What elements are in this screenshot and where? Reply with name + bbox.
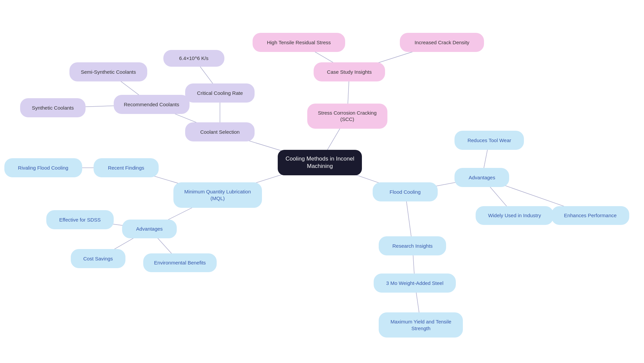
node-mqlAdvantages[interactable]: Advantages xyxy=(122,220,177,239)
node-recommendedCoolants[interactable]: Recommended Coolants xyxy=(114,95,190,114)
node-center[interactable]: Cooling Methods in Inconel Machining xyxy=(278,150,362,175)
node-coolantSelection[interactable]: Coolant Selection xyxy=(185,122,255,141)
connections-svg xyxy=(0,0,644,363)
node-mql[interactable]: Minimum Quantity Lubrication (MQL) xyxy=(173,182,262,208)
node-reducesToolWear[interactable]: Reduces Tool Wear xyxy=(454,131,524,150)
node-synthetic[interactable]: Synthetic Coolants xyxy=(20,98,86,117)
node-maxYield[interactable]: Maximum Yield and Tensile Strength xyxy=(379,312,463,338)
node-caseStudy[interactable]: Case Study Insights xyxy=(314,62,385,81)
node-criticalCooling[interactable]: Critical Cooling Rate xyxy=(185,83,255,103)
node-effectiveSDSS[interactable]: Effective for SDSS xyxy=(46,210,114,229)
node-floodCooling[interactable]: Flood Cooling xyxy=(373,182,438,201)
node-enhancesPerformance[interactable]: Enhances Performance xyxy=(551,206,629,225)
node-envBenefits[interactable]: Environmental Benefits xyxy=(143,253,217,273)
node-moSteel[interactable]: 3 Mo Weight-Added Steel xyxy=(374,274,456,293)
node-crackDensity[interactable]: Increased Crack Density xyxy=(400,33,484,52)
node-highTensile[interactable]: High Tensile Residual Stress xyxy=(253,33,345,52)
node-semiSynthetic[interactable]: Semi-Synthetic Coolants xyxy=(69,62,147,81)
node-coolingRateVal[interactable]: 6.4×10^6 K/s xyxy=(163,50,224,67)
node-rivalingFlood[interactable]: Rivaling Flood Cooling xyxy=(4,158,82,177)
node-widelyUsed[interactable]: Widely Used in Industry xyxy=(476,206,553,225)
node-researchInsights[interactable]: Research Insights xyxy=(379,236,446,255)
node-recentFindings[interactable]: Recent Findings xyxy=(94,158,159,177)
mindmap-container: Cooling Methods in Inconel MachiningStre… xyxy=(0,0,644,363)
node-costSavings[interactable]: Cost Savings xyxy=(71,249,125,268)
node-stressCorrosion[interactable]: Stress Corrosion Cracking (SCC) xyxy=(307,104,387,129)
node-floodAdvantages[interactable]: Advantages xyxy=(454,168,509,187)
